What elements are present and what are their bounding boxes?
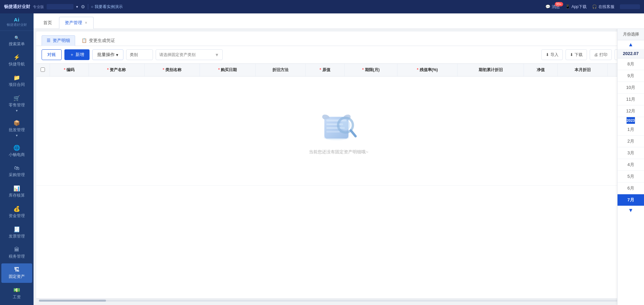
tab-asset-mgmt-label: 资产管理	[65, 20, 82, 26]
print-icon: 🖨	[594, 52, 598, 57]
tab-asset-mgmt[interactable]: 资产管理 ×	[59, 17, 94, 29]
msg-btn[interactable]: 💬 消息 99+	[545, 4, 560, 10]
phone-icon: 📱	[565, 4, 570, 9]
user-blurred	[620, 4, 640, 9]
demo-link[interactable]: ○ 我要看实例演示	[91, 4, 123, 10]
category-filter[interactable]: 类别	[126, 49, 153, 60]
month-item-9[interactable]: 9月	[618, 70, 644, 82]
month-panel-header: 月份选择	[618, 29, 644, 40]
sidebar-item-assets[interactable]: 🏗 固定资产	[1, 263, 32, 283]
sidebar-item-invoice[interactable]: 🧾 发票管理	[1, 223, 32, 243]
col-monthly-depreciation: 本月折旧	[557, 64, 607, 77]
sidebar-item-salary[interactable]: 💵 工资	[1, 284, 32, 303]
toolbar: 对账 ＋ 新增 批量操作 ▾ 类别	[36, 46, 641, 64]
month-item-4[interactable]: 4月	[618, 159, 644, 171]
month-item-1[interactable]: 1月	[618, 124, 644, 136]
select-all-checkbox[interactable]	[41, 67, 45, 72]
sidebar-item-retail[interactable]: 🛒 零售管理 ▼	[1, 92, 32, 116]
sidebar-item-tax[interactable]: 🏛 税务管理	[1, 243, 32, 263]
col-code: 编码	[50, 64, 89, 77]
wholesale-expand-icon: ▼	[15, 134, 18, 137]
empty-message: 当前您还没有固定资产明细哦~	[309, 149, 368, 155]
retail-icon: 🛒	[13, 95, 20, 101]
bottom-scroll-bar[interactable]	[36, 298, 641, 302]
month-panel: 月份选择 ▲ 2022.07 8月 9月 10月 11月 12月 2023 1月…	[617, 29, 644, 305]
batch-ops-button[interactable]: 批量操作 ▾	[92, 49, 123, 60]
tab-close-icon[interactable]: ×	[84, 20, 88, 26]
month-panel-up-nav[interactable]: ▲	[618, 40, 644, 49]
settings-icon[interactable]: ⚙	[81, 4, 85, 9]
sidebar-item-ecommerce[interactable]: 🌐 小畅电商	[1, 141, 32, 161]
month-item-11[interactable]: 11月	[618, 94, 644, 105]
fund-label: 资金管理	[9, 213, 25, 219]
logo-text: Ai	[3, 17, 31, 22]
msg-badge: 99+	[555, 2, 563, 6]
sidebar-item-fund[interactable]: 💰 资金管理	[1, 202, 32, 222]
tax-label: 税务管理	[9, 254, 25, 259]
month-item-12[interactable]: 12月	[618, 105, 644, 117]
wholesale-icon: 📦	[13, 120, 20, 126]
sidebar-item-purchase[interactable]: 🛍 采购管理	[1, 162, 32, 181]
company-dropdown[interactable]: ▾	[76, 5, 78, 9]
sidebar-item-project[interactable]: 📁 项目合同	[1, 71, 32, 91]
app-name: 畅捷通好业财	[4, 4, 30, 10]
sidebar-item-inventory[interactable]: 📊 库存核算	[1, 182, 32, 202]
month-panel-down-nav[interactable]: ▼	[618, 206, 644, 215]
sidebar-item-shortcut[interactable]: ⚡ 快捷导航	[1, 51, 32, 70]
sub-tab-bar: ☰ 资产明细 📋 变更生成凭证	[36, 32, 641, 46]
month-item-2[interactable]: 2月	[618, 136, 644, 147]
import-label: 导入	[550, 52, 558, 58]
table-wrap: 编码 资产名称 类别名称 购买日期 折旧方法 原值 期限(月) 残值率(%) 期…	[36, 64, 641, 298]
month-item-5[interactable]: 5月	[618, 171, 644, 183]
month-item-6[interactable]: 6月	[618, 183, 644, 194]
online-service-btn[interactable]: 🎧 在线客服	[592, 4, 614, 10]
col-category: 类别名称	[144, 64, 200, 77]
category-input[interactable]	[159, 52, 213, 57]
month-item-10[interactable]: 10月	[618, 82, 644, 94]
sidebar-item-search[interactable]: 🔍 搜索菜单	[0, 32, 34, 50]
top-bar: 畅捷通好业财 专业版 ▾ ⚙ ○ 我要看实例演示 💬 消息 99+ 📱 App下…	[0, 0, 644, 13]
top-bar-right: 💬 消息 99+ 📱 App下载 🎧 在线客服	[545, 4, 640, 10]
salary-label: 工资	[13, 294, 21, 300]
service-label: 在线客服	[598, 4, 614, 10]
category-label: 类别	[130, 52, 138, 58]
import-button[interactable]: ⬇ 导入	[541, 49, 563, 60]
toolbar-left: 对账 ＋ 新增 批量操作 ▾ 类别	[42, 49, 223, 60]
month-item-3[interactable]: 3月	[618, 147, 644, 159]
wholesale-label: 批发管理	[9, 127, 25, 133]
sub-tab-asset-detail[interactable]: ☰ 资产明细	[42, 35, 75, 46]
change-voucher-icon: 📋	[82, 38, 87, 43]
sidebar-logo: Ai 畅捷通好业财	[0, 13, 34, 31]
col-name: 资产名称	[89, 64, 145, 77]
sidebar-item-wholesale[interactable]: 📦 批发管理 ▼	[1, 116, 32, 141]
assets-icon: 🏗	[14, 267, 19, 273]
year-2023-badge: 2023	[627, 117, 635, 124]
scroll-track	[39, 300, 639, 302]
month-item-7-current[interactable]: 7月	[618, 194, 644, 206]
col-net-value: 净值	[524, 64, 557, 77]
tab-home[interactable]: 首页	[38, 16, 58, 29]
category-dropdown-icon: ▼	[215, 52, 219, 57]
download-icon: ⬇	[570, 52, 573, 57]
batch-label: 批量操作	[97, 52, 115, 58]
sidebar: Ai 畅捷通好业财 🔍 搜索菜单 ⚡ 快捷导航 📁 项目合同 🛒 零售管理 ▼ …	[0, 13, 34, 305]
download-button[interactable]: ⬇ 下载	[566, 49, 587, 60]
company-blurred	[47, 4, 73, 9]
month-panel-year: 2022.07	[618, 49, 644, 58]
table-header-row: 编码 资产名称 类别名称 购买日期 折旧方法 原值 期限(月) 残值率(%) 期…	[36, 64, 641, 77]
month-item-8[interactable]: 8月	[618, 58, 644, 70]
app-download-btn[interactable]: 📱 App下载	[565, 4, 587, 10]
add-new-button[interactable]: ＋ 新增	[64, 49, 90, 60]
inner-page: ☰ 资产明细 📋 变更生成凭证 对账 ＋ 新增	[36, 32, 641, 302]
download-label: 下载	[575, 52, 583, 58]
tax-icon: 🏛	[14, 247, 19, 253]
print-button[interactable]: 🖨 打印	[590, 49, 612, 60]
headset-icon: 🎧	[592, 4, 597, 9]
reconcile-button[interactable]: 对账	[42, 49, 62, 60]
purchase-icon: 🛍	[14, 165, 19, 171]
assets-label: 固定资产	[9, 274, 25, 279]
empty-state-row: 当前您还没有固定资产明细哦~	[36, 77, 641, 186]
empty-state: 当前您还没有固定资产明细哦~	[40, 80, 637, 182]
sub-tab-change-voucher[interactable]: 📋 变更生成凭证	[76, 35, 120, 46]
change-voucher-label: 变更生成凭证	[89, 38, 115, 44]
